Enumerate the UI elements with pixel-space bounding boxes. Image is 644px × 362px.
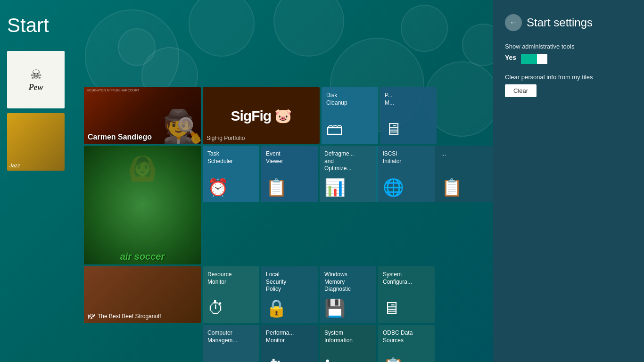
system-info-icon: ℹ [324, 357, 331, 362]
admin-tools-value: Yes [505, 54, 516, 61]
settings-back-button[interactable]: ← Start settings [505, 14, 632, 31]
soccer-player-icon: 🙆 [128, 155, 157, 182]
partial-right-tile[interactable]: ... 📋 [437, 146, 493, 202]
jazz-label: Jazz [9, 163, 20, 168]
admin-tools-section: Show administrative tools Yes [505, 43, 632, 64]
task-scheduler-tile[interactable]: TaskScheduler ⏰ [203, 146, 259, 202]
clear-section: Clear personal info from my tiles Clear [505, 74, 632, 97]
local-security-label: LocalSecurityPolicy [266, 271, 286, 293]
tiles-row-3: 🍽 The Best Beef Stroganoff ResourceMonit… [84, 266, 435, 323]
memory-diagnostic-label: WindowsMemoryDiagnostic [324, 271, 351, 293]
partial-tile-1[interactable]: P...M... 🖥 [380, 87, 437, 144]
iscsi-label: iSCSIInitiator [383, 150, 401, 165]
sigfig-logo-text: SigFig 🐷 [231, 107, 292, 124]
performance-monitor-tile[interactable]: Performa...Monitor ⏱ [261, 325, 318, 362]
memory-diagnostic-tile[interactable]: WindowsMemoryDiagnostic 💾 [320, 266, 376, 323]
partial-right-label: ... [441, 150, 446, 158]
resource-monitor-tile[interactable]: ResourceMonitor ⏱ [203, 266, 259, 323]
pew-skull-icon: ☠ [30, 67, 42, 82]
left-panel: Start ☠ Pew Jazz [0, 0, 85, 362]
admin-tools-toggle[interactable] [521, 54, 547, 64]
computer-management-icon: 🗃 [207, 357, 224, 362]
admin-tools-label: Show administrative tools [505, 43, 632, 50]
local-security-icon: 🔒 [266, 298, 287, 318]
resource-monitor-icon: ⏱ [207, 298, 224, 318]
odbc-tile[interactable]: ODBC DataSources 📋 [378, 325, 435, 362]
system-config-tile[interactable]: SystemConfigura... 🖥 [378, 266, 435, 323]
defragment-tile[interactable]: Defragme...andOptimize... 📊 [320, 146, 376, 202]
carmen-publisher: HOUGHTON MIFFLIN HARCOURT [87, 89, 139, 92]
jazz-tile[interactable]: Jazz [7, 113, 65, 171]
event-viewer-tile[interactable]: EventViewer 📋 [261, 146, 318, 202]
back-circle-icon: ← [505, 14, 522, 31]
disk-cleanup-icon: 🗃 [326, 119, 343, 139]
odbc-icon: 📋 [383, 357, 404, 362]
task-scheduler-label: TaskScheduler [207, 150, 233, 165]
toggle-thumb [537, 54, 547, 64]
sigfig-portfolio-tile[interactable]: SigFig 🐷 SigFig Portfolio [203, 87, 320, 144]
clear-section-label: Clear personal info from my tiles [505, 74, 632, 81]
tiles-row-2: 🙆 air soccer TaskScheduler ⏰ EventViewer… [84, 146, 493, 264]
computer-management-tile[interactable]: ComputerManagem... 🗃 [203, 325, 259, 362]
start-title: Start [7, 14, 78, 37]
stroganoff-label: The Best Beef Stroganoff [98, 313, 161, 320]
computer-management-label: ComputerManagem... [207, 329, 237, 344]
system-config-label: SystemConfigura... [383, 271, 412, 286]
system-info-label: SystemInformation [324, 329, 353, 344]
system-info-tile[interactable]: SystemInformation ℹ [320, 325, 376, 362]
pew-label: Pew [29, 82, 43, 92]
resource-monitor-label: ResourceMonitor [207, 271, 231, 286]
task-scheduler-icon: ⏰ [207, 178, 229, 197]
clear-button[interactable]: Clear [505, 84, 537, 97]
partial-tile-1-label: P...M... [385, 92, 394, 107]
recipe-icon: 🍽 [88, 312, 95, 321]
tiles-row-4: ComputerManagem... 🗃 Performa...Monitor … [203, 325, 435, 362]
event-viewer-label: EventViewer [266, 150, 283, 165]
partial-tile-1-icon: 🖥 [385, 119, 402, 139]
performance-monitor-label: Performa...Monitor [266, 329, 294, 344]
partial-right-icon: 📋 [441, 178, 462, 197]
settings-panel: ← Start settings Show administrative too… [493, 0, 644, 362]
carmen-figure-icon: 🕵 [162, 107, 201, 144]
pew-tile[interactable]: ☠ Pew [7, 51, 65, 108]
performance-monitor-icon: ⏱ [266, 357, 283, 362]
system-config-icon: 🖥 [383, 298, 400, 318]
air-soccer-text: air soccer [120, 251, 165, 262]
disk-cleanup-label: DiskCleanup [326, 92, 347, 107]
back-arrow-icon: ← [510, 18, 517, 27]
carmen-label: Carmen Sandiego [88, 133, 152, 141]
sigfig-label: SigFig Portfolio [206, 135, 245, 141]
stroganoff-tile[interactable]: 🍽 The Best Beef Stroganoff [84, 266, 201, 323]
iscsi-tile[interactable]: iSCSIInitiator 🌐 [378, 146, 435, 202]
event-viewer-icon: 📋 [266, 178, 287, 197]
toggle-switch-container: Yes [505, 54, 632, 64]
settings-title: Start settings [527, 16, 593, 29]
air-soccer-tile[interactable]: 🙆 air soccer [84, 146, 201, 264]
iscsi-icon: 🌐 [383, 178, 404, 197]
local-security-tile[interactable]: LocalSecurityPolicy 🔒 [261, 266, 318, 323]
main-area: HOUGHTON MIFFLIN HARCOURT 🕵 Carmen Sandi… [84, 0, 493, 362]
disk-cleanup-tile[interactable]: DiskCleanup 🗃 [322, 87, 378, 144]
odbc-label: ODBC DataSources [383, 329, 413, 344]
defragment-icon: 📊 [324, 178, 346, 197]
defragment-label: Defragme...andOptimize... [324, 150, 354, 173]
memory-diagnostic-icon: 💾 [324, 298, 346, 318]
carmen-sandiego-tile[interactable]: HOUGHTON MIFFLIN HARCOURT 🕵 Carmen Sandi… [84, 87, 201, 144]
